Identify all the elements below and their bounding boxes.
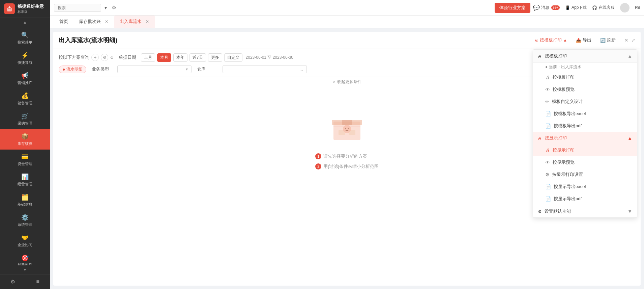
sidebar-item-operation[interactable]: 📊 经营管理	[0, 170, 50, 190]
sidebar-item-search[interactable]: 🔍 搜索菜单	[0, 28, 50, 48]
sidebar-item-purchase[interactable]: 🛒 采购管理	[0, 109, 50, 129]
dropdown-item-template-custom[interactable]: ✏ 模板自定义设计	[533, 96, 637, 108]
marketing-nav-icon: 📢	[21, 72, 29, 79]
dropdown-display-section-header[interactable]: 🖨 按显示打印 ▲	[533, 132, 637, 144]
header-app-download[interactable]: 📱 App下载	[565, 5, 587, 10]
template-pdf-label: 按模板导出pdf	[554, 123, 582, 129]
filter-settings-button[interactable]: ⚙	[101, 54, 108, 61]
sidebar-item-search-label: 搜索菜单	[18, 40, 32, 45]
print-dropdown-chevron-icon[interactable]: ▲	[563, 38, 567, 43]
header-gear-icon[interactable]: ⚙	[110, 3, 118, 12]
export-label: 导出	[583, 37, 591, 43]
sidebar-item-basic[interactable]: 🗂️ 基础信息	[0, 190, 50, 210]
inventory-nav-icon: 📦	[21, 133, 29, 140]
tab-home[interactable]: 首页	[54, 16, 74, 28]
date-btn-custom[interactable]: 自定义	[224, 53, 242, 62]
sidebar-item-inventory[interactable]: 📦 库存核算	[0, 129, 50, 150]
current-icon: ●	[545, 64, 548, 69]
dropdown-header[interactable]: 🖨 按模板打印 ▲	[533, 50, 637, 63]
biz-type-select[interactable]: ▾	[117, 65, 192, 73]
window-maximize-icon[interactable]: ⤢	[631, 37, 635, 43]
dropdown-item-template-excel[interactable]: 📄 按模板导出excel	[533, 108, 637, 120]
purchase-nav-icon: 🛒	[21, 112, 29, 120]
dropdown-item-template-pdf[interactable]: 📄 按模板导出pdf	[533, 120, 637, 132]
date-btn-this-year[interactable]: 本年	[173, 53, 187, 62]
trial-industry-button[interactable]: 体验行业方案	[495, 3, 530, 13]
tab-batch-close-icon[interactable]: ✕	[104, 19, 109, 24]
page-title: 出入库流水(流水明细)	[59, 36, 117, 44]
tab-flow-close-icon[interactable]: ✕	[145, 19, 150, 24]
tab-batch[interactable]: 库存批次账 ✕	[74, 16, 114, 28]
date-btn-more[interactable]: 更多	[208, 53, 222, 62]
dropdown-item-display-preview[interactable]: 👁 按显示预览	[533, 156, 637, 168]
sidebar-item-collab-label: 企业协同	[18, 242, 32, 247]
dropdown-item-template-preview[interactable]: 👁 按模板预览	[533, 83, 637, 96]
sidebar-item-finance[interactable]: 💳 资金管理	[0, 150, 50, 170]
refresh-icon: 🔄	[600, 38, 606, 43]
scroll-down-arrow[interactable]: ▼	[22, 267, 28, 273]
display-print-icon: 🖨	[545, 148, 550, 153]
app-name: 畅捷通好生意	[18, 4, 44, 9]
messages-label: 消息	[541, 5, 549, 10]
print-template-button[interactable]: 🖨 按模板打印 ▲	[531, 36, 570, 45]
sidebar-item-guide[interactable]: 🎯 新手引导	[0, 251, 50, 265]
printer-icon: 🖨	[534, 38, 538, 43]
dropdown-item-template-print[interactable]: 🖨 按模板打印	[533, 71, 637, 83]
dropdown-footer[interactable]: ⚙ 设置默认功能 ▼	[533, 205, 637, 217]
dropdown-item-display-pdf[interactable]: 📄 按显示导出pdf	[533, 193, 637, 205]
sidebar-item-shortcut[interactable]: ⚡ 快捷导航	[0, 48, 50, 69]
basic-nav-icon: 🗂️	[21, 193, 29, 201]
user-avatar[interactable]	[620, 3, 630, 12]
header-search-input[interactable]	[54, 4, 101, 12]
sidebar-menu-btn[interactable]: ≡	[36, 279, 39, 285]
sidebar-item-marketing-label: 营销推广	[18, 80, 32, 85]
window-close-icon[interactable]: ✕	[624, 37, 628, 43]
template-excel-label: 按模板导出excel	[554, 111, 586, 117]
sidebar-item-sales[interactable]: 💰 销售管理	[0, 89, 50, 109]
biz-type-label: 业务类型	[92, 66, 112, 72]
template-excel-icon: 📄	[545, 111, 551, 116]
filter-collapse-button[interactable]: «	[110, 54, 113, 60]
template-print-icon: 🖨	[545, 75, 550, 80]
dropdown-item-display-excel[interactable]: 📄 按显示导出excel	[533, 181, 637, 193]
date-btn-last-month[interactable]: 上月	[141, 53, 155, 62]
scroll-down-indicator: ▼	[0, 265, 50, 274]
top-header: ▾ ⚙ 体验行业方案 💬 消息 99+ 📱 App下载 🎧 在线客服 Rit	[50, 0, 644, 16]
dropdown-item-display-settings[interactable]: ⚙ 按显示打印设置	[533, 168, 637, 181]
sidebar-item-collab[interactable]: 🤝 企业协同	[0, 231, 50, 251]
header-search-dropdown-icon[interactable]: ▾	[103, 4, 108, 12]
date-btn-7days[interactable]: 近7天	[189, 53, 206, 62]
dropdown-item-display-print[interactable]: 🖨 按显示打印	[533, 144, 637, 156]
sidebar-item-system[interactable]: ⚙️ 系统管理	[0, 210, 50, 231]
username-label[interactable]: Rit	[635, 5, 640, 10]
page-content: 出入库流水(流水明细) 🖨 按模板打印 ▲ 📤 导出 🔄 刷新	[50, 28, 644, 289]
tag-icon: ●	[62, 67, 65, 72]
sidebar-item-system-label: 系统管理	[18, 222, 32, 227]
footer-expand-icon: ▼	[627, 209, 632, 214]
tab-flow[interactable]: 出入库流水 ✕	[114, 16, 155, 28]
header-messages[interactable]: 💬 消息 99+	[533, 4, 560, 11]
dropdown-header-expand-icon: ▲	[627, 53, 632, 59]
message-icon: 💬	[533, 4, 540, 11]
sidebar-item-inventory-label: 库存核算	[18, 141, 32, 146]
filter-add-button[interactable]: +	[91, 54, 99, 61]
filter-tag-liushui[interactable]: ● 流水明细	[59, 65, 86, 73]
tip1-text: 请先选择要分析的方案	[323, 152, 367, 161]
export-button[interactable]: 📤 导出	[573, 36, 594, 45]
step-num-2: 2	[315, 163, 321, 169]
current-text: 当前：出入库流水	[549, 64, 581, 69]
refresh-button[interactable]: 🔄 刷新	[597, 36, 618, 45]
display-excel-label: 按显示导出excel	[554, 184, 586, 190]
logo-area: 畅捷通好生意 标准版	[0, 0, 50, 18]
sidebar-settings-btn[interactable]: ⚙	[10, 279, 15, 285]
sidebar-item-marketing[interactable]: 📢 营销推广	[0, 69, 50, 89]
warehouse-select[interactable]: …	[223, 65, 307, 73]
date-btn-this-month[interactable]: 本月	[157, 53, 171, 62]
display-section-expand-icon: ▲	[627, 135, 632, 141]
tip-step-1: 1 请先选择要分析的方案	[315, 152, 378, 161]
sidebar-item-purchase-label: 采购管理	[18, 121, 32, 126]
header-online-service[interactable]: 🎧 在线客服	[592, 5, 615, 10]
scroll-up-arrow[interactable]: ▲	[22, 19, 28, 25]
filter-section-label: 按以下方案查询	[59, 54, 89, 60]
date-range-display: 2023-06-01 至 2023-06-30	[246, 55, 293, 60]
